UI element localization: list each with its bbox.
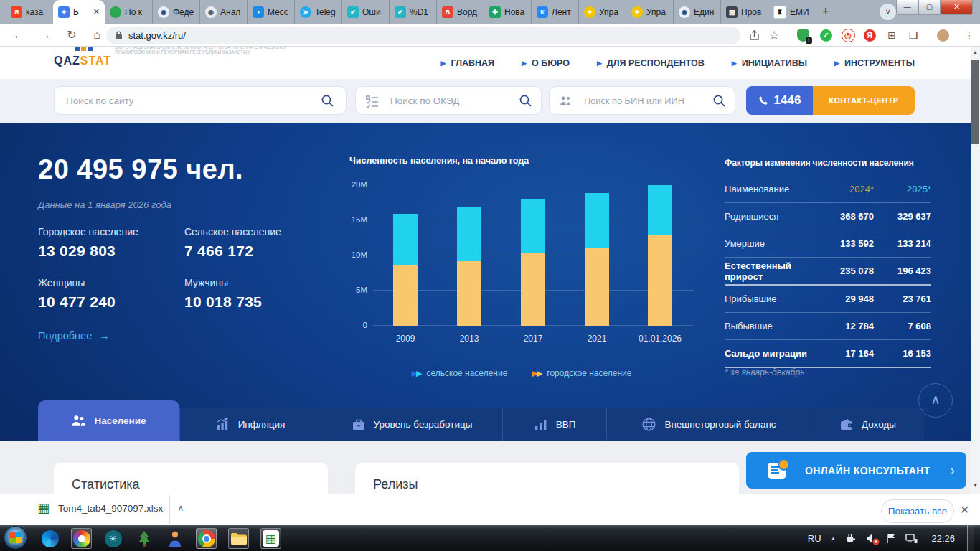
menu-kebab-icon[interactable]: ⋮ [961,27,977,43]
minimize-button[interactable]: — [896,0,918,15]
new-tab-button[interactable]: + [816,3,835,22]
nav-item-2[interactable]: ▶О БЮРО [522,58,570,68]
tray-expand-icon[interactable]: ▲ [831,535,837,542]
tab-доходы[interactable]: Доходы [811,408,924,441]
browser-tab[interactable]: ✔%D1 [389,0,436,24]
online-consultant-button[interactable]: ОНЛАЙН КОНСУЛЬТАНТ › [746,452,966,489]
browser-tab[interactable]: Яказа [6,0,53,24]
nav-item-3[interactable]: ▶ДЛЯ РЕСПОНДЕНТОВ [597,58,705,68]
contact-center-button[interactable]: КОНТАКТ-ЦЕНТР [813,86,915,115]
show-desktop-button[interactable] [967,525,974,551]
tree-app-taskbar-icon[interactable] [134,529,154,548]
browser-tab[interactable]: По к [105,0,152,24]
search-icon[interactable] [712,94,726,108]
adblock-shield-icon[interactable]: 1 [795,27,811,43]
maximize-button[interactable]: ▢ [918,0,941,15]
yandex-browser-taskbar-icon[interactable] [71,528,92,549]
site-search-input[interactable] [54,86,347,115]
power-plug-icon[interactable] [845,533,856,544]
phone-1446-button[interactable]: 1446 [746,86,813,115]
stat-block: Городское население13 029 803 [38,226,184,260]
chrome-browser-taskbar-icon[interactable] [196,528,217,549]
tab-население[interactable]: Население [38,400,179,441]
scroll-to-top-button[interactable]: ∧ [918,383,953,418]
scrollbar-down-icon[interactable]: ▼ [971,483,980,488]
edge-browser-taskbar-icon[interactable] [40,529,60,548]
extensions-puzzle-icon[interactable]: ⊞ [884,27,900,43]
action-center-flag-icon[interactable] [886,533,896,544]
tab-favicon: ✚ [489,6,501,18]
browser-tab[interactable]: ✔Оши [341,0,389,24]
address-bar[interactable]: stat.gov.kz/ru/ [106,27,740,44]
legend-item[interactable]: ▶▶городское население [532,368,631,378]
back-button[interactable]: ← [10,27,27,44]
browser-tab[interactable]: КЛент [531,0,578,24]
search-icon[interactable] [321,94,334,108]
volume-muted-icon[interactable] [865,533,877,544]
person-app-taskbar-icon[interactable] [165,529,184,548]
atom-app-taskbar-icon[interactable]: ✳ [103,529,123,548]
nav-item-5[interactable]: ▶ИНСТРУМЕНТЫ [834,58,915,68]
tab-инфляция[interactable]: Инфляция [179,408,321,441]
bookmark-star-icon[interactable]: ☆ [766,27,782,43]
browser-tab[interactable]: ▪Месс [247,0,294,24]
nav-item-4[interactable]: ▶ИНИЦИАТИВЫ [732,58,807,68]
file-chevron-up-icon[interactable]: ∧ [177,503,184,513]
download-bar-close-icon[interactable]: ✕ [960,503,969,517]
okved-search-input[interactable] [355,86,542,115]
browser-tab[interactable]: ✦Б✕ [53,0,105,24]
page-scrollbar[interactable]: ▲ ▼ [971,47,980,494]
search-icon[interactable] [519,94,532,108]
tab-close-icon[interactable]: ✕ [92,7,100,17]
taskbar-clock[interactable]: 22:26 [931,533,955,544]
side-panel-icon[interactable]: ❏ [905,27,921,43]
nav-item-1[interactable]: ▶ГЛАВНАЯ [440,58,494,68]
scrollbar-up-icon[interactable]: ▲ [971,50,980,55]
browser-tab[interactable]: ♜ЕМИ [768,0,815,24]
home-button[interactable]: ⌂ [88,27,105,44]
chevron-right-icon: › [950,462,955,479]
factors-value-2025: 196 423 [884,265,931,276]
calc-spreadsheet-taskbar-icon[interactable]: ▦ [260,528,281,549]
chart-x-tick: 2009 [373,334,438,344]
tab-уровень-безработицы[interactable]: Уровень безработицы [321,408,502,441]
browser-tab[interactable]: ◉Феде [152,0,199,24]
forward-button[interactable]: → [37,27,54,44]
qazstat-logo[interactable]: QAZSTAT [54,55,111,67]
show-all-downloads-button[interactable]: Показать все [881,499,954,523]
start-button[interactable] [4,526,27,550]
tab-ввп[interactable]: ВВП [502,408,606,441]
yandex-icon[interactable]: Я [862,27,877,43]
browser-tab[interactable]: BВорд [436,0,484,24]
legend-label: сельское население [426,368,507,378]
chart-y-tick: 5M [347,286,367,294]
browser-tab[interactable]: ✦Упра [626,0,673,24]
legend-item[interactable]: ▶▶сельское население [412,368,508,378]
scrollbar-thumb[interactable] [971,60,979,144]
file-explorer-taskbar-icon[interactable] [228,528,249,549]
downloaded-file-chip[interactable]: ▦ Tom4_tab4_907097.xlsx ∧ [37,500,184,516]
ad-target-icon[interactable]: ◎ [840,27,856,43]
browser-tab[interactable]: ✦Упра [578,0,626,24]
browser-tab[interactable]: ✚Нова [484,0,531,24]
antivirus-check-icon[interactable]: ✓ [818,27,834,43]
browser-tab[interactable]: ◉Анал [199,0,247,24]
chart-x-tick: 2013 [437,334,501,344]
details-link[interactable]: Подробнее→ [38,330,110,342]
browser-tab[interactable]: ▤Пров [720,0,768,24]
browser-tab[interactable]: ◉Един [673,0,720,24]
factors-row: Умершие133 592133 214 [725,230,931,258]
phone-number: 1446 [774,93,801,108]
tab-внешнеторговый-баланс[interactable]: Внешнеторговый баланс [606,408,811,441]
inflation-chart-icon [216,418,230,431]
browser-tab[interactable]: ➤Teleg [294,0,341,24]
network-icon[interactable] [905,533,918,544]
bin-search-input[interactable] [549,86,735,115]
tab-label: Внешнеторговый баланс [664,419,776,430]
close-button[interactable]: ✕ [941,0,973,15]
share-icon[interactable] [746,27,762,43]
tab-search-chevron-icon[interactable]: ∨ [880,4,896,20]
language-indicator[interactable]: RU [808,533,821,544]
profile-avatar[interactable] [935,27,951,43]
reload-button[interactable]: ↻ [63,27,80,44]
